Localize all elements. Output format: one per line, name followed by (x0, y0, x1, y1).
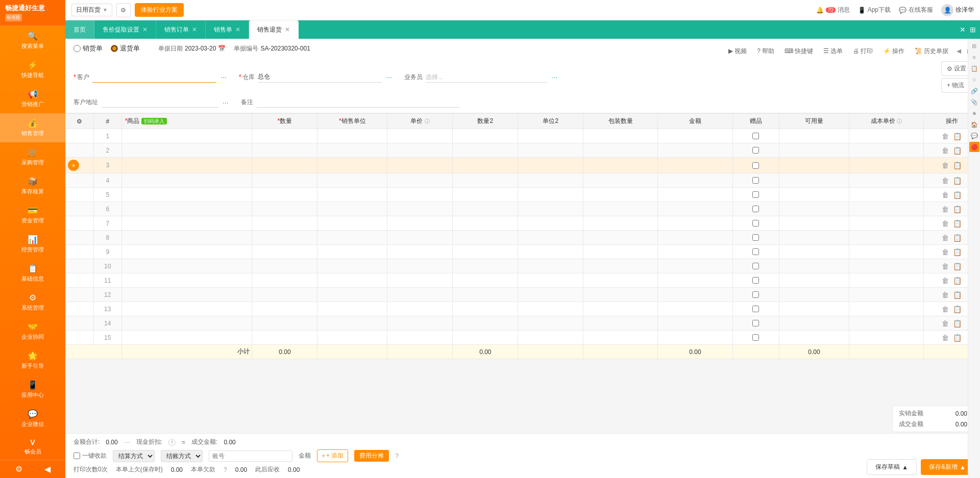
help-btn[interactable]: ? 帮助 (755, 46, 776, 57)
right-tool-attach[interactable]: 📎 (969, 97, 979, 107)
gift-checkbox[interactable] (752, 220, 759, 227)
copy-icon[interactable]: 📋 (953, 146, 962, 155)
product-input[interactable] (124, 162, 250, 169)
app-download-item[interactable]: 📱 App下载 (858, 6, 891, 14)
sidebar-item-vip[interactable]: V 畅会员 (0, 433, 65, 460)
add-row-button[interactable]: + (68, 160, 79, 171)
topbar-settings-button[interactable]: ⚙ (116, 3, 131, 17)
tab-price-extract[interactable]: 售价提取设置 ✕ (94, 20, 156, 39)
sidebar-item-inventory[interactable]: 📦 库存核算 (0, 171, 65, 200)
copy-icon[interactable]: 📋 (953, 191, 962, 199)
gift-checkbox[interactable] (752, 320, 759, 326)
tab-sales-return[interactable]: 销售退货 ✕ (249, 20, 299, 39)
row-price-cell[interactable] (387, 158, 453, 173)
gift-checkbox[interactable] (752, 248, 759, 255)
calendar-icon[interactable]: 📅 (218, 45, 226, 52)
summary-select[interactable]: 结账方式 (161, 450, 203, 462)
warehouse-picker-icon[interactable]: ··· (386, 73, 392, 81)
shortcut-btn[interactable]: ⌨ 快捷键 (782, 46, 815, 57)
right-tool-chat[interactable]: 💬 (969, 131, 979, 141)
copy-icon[interactable]: 📋 (953, 248, 962, 256)
copy-icon[interactable]: 📋 (953, 334, 962, 342)
col-cost-header[interactable]: 成本单价 ⓘ (849, 114, 924, 129)
row-unit2-cell[interactable] (518, 129, 583, 143)
sidebar-item-finance[interactable]: 💳 资金管理 (0, 200, 65, 230)
history-prev-icon[interactable]: ◀ (957, 47, 961, 55)
col-qty2-header[interactable]: 数量2 (453, 114, 518, 129)
warehouse-input[interactable] (258, 72, 382, 83)
row-unit-cell[interactable] (317, 143, 387, 158)
print-btn[interactable]: 🖨 打印 (851, 46, 875, 57)
copy-icon[interactable]: 📋 (953, 132, 962, 140)
tab-sales-return-close[interactable]: ✕ (285, 26, 290, 33)
col-pack-header[interactable]: 包装数量 (583, 114, 658, 129)
delete-icon[interactable]: 🗑 (942, 132, 949, 140)
sidebar-item-search[interactable]: 🔍 搜索菜单 (0, 26, 65, 55)
sidebar-item-system[interactable]: ⚙ 系统管理 (0, 288, 65, 317)
delete-icon[interactable]: 🗑 (942, 248, 949, 256)
discount-help-icon[interactable]: ? (168, 439, 176, 446)
row-product-cell[interactable] (121, 129, 252, 143)
fee-btn[interactable]: 费用分摊 (354, 450, 389, 462)
copy-icon[interactable]: 📋 (953, 219, 962, 228)
row-available-cell[interactable] (779, 129, 849, 143)
delete-icon[interactable]: 🗑 (942, 161, 949, 169)
delete-icon[interactable]: 🗑 (942, 205, 949, 213)
row-price-cell[interactable] (387, 143, 453, 158)
collapse-icon[interactable]: ◀ (44, 464, 51, 474)
right-tool-grid[interactable]: ⊞ (969, 41, 979, 51)
row-cost-cell[interactable] (849, 129, 924, 143)
sidebar-item-app[interactable]: 📱 应用中心 (0, 375, 65, 404)
logistics-btn[interactable]: + 物流 (941, 78, 972, 93)
tab-sales[interactable]: 销售单 ✕ (206, 20, 249, 39)
select-btn[interactable]: ☰ 选单 (821, 46, 845, 57)
col-gift-header[interactable]: 赠品 (732, 114, 779, 129)
delete-icon[interactable]: 🗑 (942, 334, 949, 342)
tab-home[interactable]: 首页 (65, 20, 94, 39)
row-cost-cell[interactable] (849, 158, 924, 173)
salesperson-input[interactable] (426, 72, 547, 83)
tab-sales-order[interactable]: 销售订单 ✕ (156, 20, 206, 39)
right-tool-list[interactable]: ≡ (969, 52, 979, 62)
save-draft-button[interactable]: 保存草稿 ▲ (867, 459, 917, 475)
row-gift-cell[interactable] (732, 129, 779, 143)
row-qty2-cell[interactable] (453, 158, 518, 173)
row-pack-cell[interactable] (583, 129, 658, 143)
col-amount-header[interactable]: 金额 (658, 114, 732, 129)
copy-icon[interactable]: 📋 (953, 276, 962, 285)
gift-checkbox[interactable] (752, 191, 759, 198)
address-picker-icon[interactable]: ··· (223, 98, 229, 107)
right-tool-link[interactable]: 🔗 (969, 86, 979, 96)
sidebar-item-enterprise[interactable]: 🤝 企业协同 (0, 317, 65, 346)
row-amount-cell[interactable] (658, 129, 732, 143)
gift-checkbox[interactable] (752, 147, 759, 154)
gift-checkbox[interactable] (752, 234, 759, 241)
video-btn[interactable]: ▶ 视频 (726, 46, 749, 57)
gift-checkbox[interactable] (752, 263, 759, 269)
delete-icon[interactable]: 🗑 (942, 234, 949, 242)
row-qty-cell[interactable] (252, 129, 317, 143)
account-input[interactable] (209, 450, 292, 462)
expand-tabs-icon[interactable]: ⊞ (970, 26, 976, 34)
copy-icon[interactable]: 📋 (953, 291, 962, 299)
col-unit2-header[interactable]: 单位2 (518, 114, 583, 129)
row-cost-cell[interactable] (849, 143, 924, 158)
row-product-cell[interactable] (121, 158, 252, 173)
experience-button[interactable]: 体验行业方案 (135, 3, 184, 17)
sidebar-item-purchase[interactable]: 🛒 采购管理 (0, 142, 65, 171)
radio-return[interactable]: 退货单 (111, 44, 140, 53)
address-input[interactable] (101, 97, 218, 108)
customer-picker-icon[interactable]: ··· (220, 73, 227, 81)
debit-help-icon[interactable]: ? (224, 466, 227, 473)
gift-checkbox[interactable] (752, 133, 759, 139)
right-tool-home[interactable]: 🏠 (969, 119, 979, 130)
settlement-select[interactable]: 结算方式 (113, 450, 155, 462)
row-unit-cell[interactable] (317, 158, 387, 173)
customer-input[interactable] (92, 72, 217, 83)
row-qty-cell[interactable] (252, 143, 317, 158)
gift-checkbox[interactable] (752, 291, 759, 298)
row-available-cell[interactable] (779, 158, 849, 173)
sidebar-item-operations[interactable]: 📊 经营管理 (0, 230, 65, 259)
row-unit2-cell[interactable] (518, 143, 583, 158)
notification-item[interactable]: 🔔 70 消息 (816, 6, 850, 14)
